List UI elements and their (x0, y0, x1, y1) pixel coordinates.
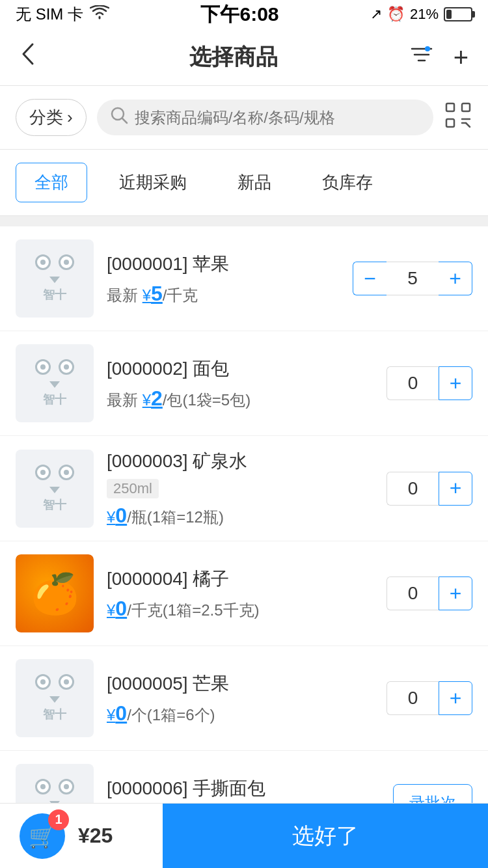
product-info: [0000002] 面包 最新 ¥2/包(1袋=5包) (107, 357, 386, 411)
qty-input[interactable] (386, 262, 439, 295)
product-name: [0000003] 矿泉水 (107, 449, 386, 474)
status-left: 无 SIM 卡 (16, 4, 109, 25)
product-name: [0000005] 芒果 (107, 671, 386, 696)
tab-recent-label: 近期采购 (119, 172, 187, 192)
tab-new[interactable]: 新品 (219, 163, 290, 202)
filter-icon[interactable] (409, 44, 434, 70)
qty-minus-button[interactable]: − (353, 262, 386, 295)
qty-plus-button[interactable]: + (439, 576, 472, 610)
product-price: ¥0/瓶(1箱=12瓶) (107, 504, 386, 528)
qty-control: − + (353, 262, 472, 295)
category-button[interactable]: 分类 › (16, 99, 87, 136)
product-name: [0000002] 面包 (107, 357, 386, 381)
svg-rect-6 (446, 103, 454, 111)
svg-line-11 (466, 123, 470, 127)
product-info: [0000005] 芒果 ¥0/个(1箱=6个) (107, 671, 386, 726)
product-info: [0000003] 矿泉水 250ml ¥0/瓶(1箱=12瓶) (107, 449, 386, 528)
qty-input[interactable] (386, 681, 439, 715)
product-info: [0000004] 橘子 ¥0/千克(1箱=2.5千克) (107, 567, 386, 621)
qty-plus-button[interactable]: + (439, 262, 472, 295)
table-row: 智十 [0000002] 面包 最新 ¥2/包(1袋=5包) + (0, 331, 488, 436)
tab-new-label: 新品 (237, 172, 271, 192)
battery-percentage: 21% (410, 6, 439, 23)
confirm-label: 选好了 (292, 821, 359, 851)
product-name: [0000004] 橘子 (107, 567, 386, 591)
product-image: 智十 (16, 344, 94, 422)
product-price: 最新 ¥5/千克 (107, 282, 353, 306)
nav-actions: + (409, 44, 468, 70)
owl-placeholder: 智十 (35, 465, 74, 513)
product-image: 智十 (16, 659, 94, 737)
tab-all-label: 全部 (34, 172, 68, 192)
page-title: 选择商品 (189, 42, 278, 72)
qty-control: + (386, 472, 472, 506)
orange-image: 🍊 (16, 554, 94, 632)
qty-plus-button[interactable]: + (439, 681, 472, 715)
wifi-icon (90, 5, 109, 23)
bottom-bar: 🛒 1 ¥25 选好了 (0, 803, 488, 868)
product-info: [0000001] 苹果 最新 ¥5/千克 (107, 252, 353, 306)
location-icon: ↗ (370, 6, 382, 23)
qty-control: + (386, 576, 472, 610)
tab-recent[interactable]: 近期采购 (100, 163, 206, 202)
tab-all[interactable]: 全部 (16, 163, 87, 202)
qty-control: + (386, 681, 472, 715)
filter-search-bar: 分类 › (0, 86, 488, 150)
scan-icon[interactable] (444, 101, 472, 135)
owl-placeholder: 智十 (35, 359, 74, 407)
product-price: ¥0/个(1箱=6个) (107, 701, 386, 726)
tab-negative[interactable]: 负库存 (303, 163, 392, 202)
search-input[interactable] (135, 109, 420, 127)
status-right: ↗ ⏰ 21% (370, 6, 472, 23)
product-spec: 250ml (107, 479, 159, 498)
qty-plus-button[interactable]: + (439, 472, 472, 506)
qty-input[interactable] (386, 472, 439, 506)
table-row: 智十 [0000005] 芒果 ¥0/个(1箱=6个) + (0, 646, 488, 751)
svg-rect-8 (446, 119, 454, 127)
section-divider (0, 216, 488, 226)
category-label: 分类 (29, 106, 63, 129)
alarm-icon: ⏰ (387, 6, 405, 23)
product-image: 🍊 (16, 554, 94, 632)
product-price: 最新 ¥2/包(1袋=5包) (107, 387, 386, 411)
add-icon[interactable]: + (454, 44, 468, 70)
owl-placeholder: 智十 (35, 674, 74, 722)
cart-badge: 1 (48, 809, 69, 830)
cart-button[interactable]: 🛒 1 (20, 813, 65, 859)
time-label: 下午6:08 (200, 1, 278, 28)
tabs-bar: 全部 近期采购 新品 负库存 (0, 150, 488, 216)
owl-placeholder: 智十 (35, 254, 74, 303)
qty-input[interactable] (386, 366, 439, 400)
battery-icon (444, 7, 472, 21)
product-name: [0000006] 手撕面包 (107, 776, 393, 801)
qty-input[interactable] (386, 576, 439, 610)
table-row: 智十 [0000001] 苹果 最新 ¥5/千克 − + (0, 226, 488, 331)
back-button[interactable] (20, 42, 59, 72)
product-image: 智十 (16, 450, 94, 528)
search-icon (110, 106, 128, 129)
svg-point-3 (425, 46, 430, 51)
category-arrow: › (67, 107, 73, 128)
product-name: [0000001] 苹果 (107, 252, 353, 277)
cart-section: 🛒 1 ¥25 (0, 813, 163, 859)
product-price: ¥0/千克(1箱=2.5千克) (107, 597, 386, 621)
product-list: 智十 [0000001] 苹果 最新 ¥5/千克 − + 智十 (0, 226, 488, 868)
qty-plus-button[interactable]: + (439, 366, 472, 400)
table-row: 智十 [0000003] 矿泉水 250ml ¥0/瓶(1箱=12瓶) + (0, 436, 488, 541)
qty-control: + (386, 366, 472, 400)
confirm-button[interactable]: 选好了 (163, 804, 488, 868)
svg-line-5 (122, 118, 127, 123)
status-bar: 无 SIM 卡 下午6:08 ↗ ⏰ 21% (0, 0, 488, 29)
svg-rect-7 (462, 103, 470, 111)
carrier-label: 无 SIM 卡 (16, 4, 83, 25)
cart-total: ¥25 (78, 824, 113, 848)
nav-bar: 选择商品 + (0, 29, 488, 86)
product-image: 智十 (16, 239, 94, 318)
search-wrapper (97, 100, 433, 135)
table-row: 🍊 [0000004] 橘子 ¥0/千克(1箱=2.5千克) + (0, 541, 488, 646)
tab-negative-label: 负库存 (322, 172, 373, 192)
